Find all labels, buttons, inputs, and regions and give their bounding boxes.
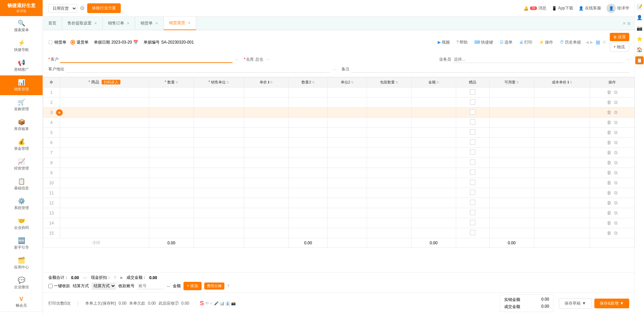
- delete-row-btn[interactable]: 🗑: [606, 99, 612, 106]
- one-click-checkbox[interactable]: [48, 284, 53, 288]
- row-unit[interactable]: [194, 208, 244, 218]
- row-gift[interactable]: [456, 188, 489, 198]
- product-input[interactable]: [61, 161, 148, 165]
- row-product[interactable]: [60, 198, 149, 208]
- scan-btn-header[interactable]: 扫码录入: [102, 80, 120, 84]
- row-price[interactable]: [244, 168, 288, 178]
- row-unit2[interactable]: [328, 198, 367, 208]
- sidebar-item-purchase[interactable]: 🛒 采购管理: [0, 95, 43, 115]
- row-costprice[interactable]: [534, 108, 590, 118]
- delete-row-btn[interactable]: 🗑: [606, 209, 612, 216]
- user-item[interactable]: 👤 徐泽华: [606, 4, 629, 13]
- right-panel-list[interactable]: 📋: [635, 56, 644, 64]
- add-btn[interactable]: + 添加: [183, 282, 202, 290]
- row-qty2[interactable]: [288, 108, 327, 118]
- row-price[interactable]: [244, 118, 288, 128]
- add-row-btn[interactable]: +: [56, 109, 63, 116]
- row-available[interactable]: [489, 87, 534, 98]
- copy-row-btn[interactable]: ⧉: [613, 149, 618, 156]
- tab-sale-order[interactable]: 销售订单 ✕: [103, 17, 135, 30]
- row-unit2[interactable]: [328, 228, 367, 238]
- history-btn[interactable]: ⏱ 历史单据: [558, 39, 583, 46]
- row-available[interactable]: [489, 128, 534, 138]
- row-available[interactable]: [489, 118, 534, 128]
- row-costprice[interactable]: [534, 228, 590, 238]
- row-unit2[interactable]: [328, 128, 367, 138]
- row-unit[interactable]: [194, 108, 244, 118]
- row-unit[interactable]: [194, 188, 244, 198]
- row-costprice[interactable]: [534, 148, 590, 158]
- product-input[interactable]: [61, 181, 148, 185]
- row-product[interactable]: [60, 98, 149, 108]
- row-qty2[interactable]: [288, 188, 327, 198]
- row-unit[interactable]: [194, 218, 244, 228]
- row-pkgqty[interactable]: [367, 178, 411, 188]
- tab-sale-price-close[interactable]: ✕: [94, 21, 97, 25]
- row-qty[interactable]: [149, 198, 194, 208]
- row-amount[interactable]: [411, 178, 456, 188]
- row-pkgqty[interactable]: [367, 128, 411, 138]
- gift-checkbox[interactable]: [470, 139, 475, 145]
- row-amount[interactable]: [411, 128, 456, 138]
- row-pkgqty[interactable]: [367, 148, 411, 158]
- row-pkgqty[interactable]: [367, 198, 411, 208]
- sidebar-item-operations[interactable]: 📈 经营管理: [0, 154, 43, 174]
- gift-checkbox[interactable]: [470, 129, 475, 135]
- staff-dots[interactable]: ···: [626, 57, 629, 62]
- row-price[interactable]: [244, 98, 288, 108]
- experience-button[interactable]: 体验行业方案: [87, 3, 121, 13]
- shortcut-btn[interactable]: ⌨ 快捷键: [472, 39, 495, 46]
- delete-row-btn[interactable]: 🗑: [606, 199, 612, 206]
- row-product[interactable]: [60, 178, 149, 188]
- sidebar-item-quicknav[interactable]: ⚡ 快捷导航: [0, 36, 43, 56]
- select-btn[interactable]: ☑ 选单: [498, 39, 515, 46]
- sidebar-item-finance[interactable]: 💰 资金管理: [0, 135, 43, 154]
- row-qty2[interactable]: [288, 168, 327, 178]
- row-product[interactable]: [60, 87, 149, 98]
- row-unit2[interactable]: [328, 218, 367, 228]
- row-gift[interactable]: [456, 138, 489, 148]
- sidebar-item-apps[interactable]: 🗂️ 应用中心: [0, 253, 43, 273]
- row-qty2[interactable]: [288, 228, 327, 238]
- delete-row-btn[interactable]: 🗑: [606, 109, 612, 116]
- row-qty[interactable]: [149, 148, 194, 158]
- row-pkgqty[interactable]: [367, 138, 411, 148]
- copy-row-btn[interactable]: ⧉: [613, 109, 618, 116]
- tab-sale-return-close[interactable]: ✕: [188, 21, 191, 25]
- gift-checkbox[interactable]: [470, 200, 475, 205]
- row-amount[interactable]: [411, 98, 456, 108]
- row-costprice[interactable]: [534, 168, 590, 178]
- row-price[interactable]: [244, 208, 288, 218]
- product-input[interactable]: [61, 201, 148, 205]
- row-price[interactable]: [244, 228, 288, 238]
- row-costprice[interactable]: [534, 188, 590, 198]
- row-qty2[interactable]: [288, 208, 327, 218]
- row-price[interactable]: [244, 158, 288, 168]
- copy-row-btn[interactable]: ⧉: [613, 89, 618, 96]
- copy-row-btn[interactable]: ⧉: [613, 129, 618, 136]
- row-gift[interactable]: [456, 228, 489, 238]
- row-costprice[interactable]: [534, 198, 590, 208]
- delete-row-btn[interactable]: 🗑: [606, 169, 612, 176]
- product-input[interactable]: [61, 110, 148, 115]
- row-costprice[interactable]: [534, 98, 590, 108]
- help-btn[interactable]: ? 帮助: [454, 39, 470, 46]
- sidebar-item-search[interactable]: 🔍 搜索菜单: [0, 16, 43, 36]
- delete-row-btn[interactable]: 🗑: [606, 189, 612, 196]
- sidebar-item-wechat[interactable]: 💬 企业微信: [0, 273, 43, 293]
- address-input[interactable]: [66, 66, 330, 73]
- right-panel-home[interactable]: 🏠: [635, 46, 644, 54]
- gift-checkbox[interactable]: [470, 230, 475, 235]
- grid-view-icon[interactable]: ⊞: [596, 39, 600, 46]
- sidebar-item-guide[interactable]: 🆕 新手引导: [0, 234, 43, 253]
- operate-btn[interactable]: ⚡ 操作: [537, 39, 555, 46]
- row-available[interactable]: [489, 198, 534, 208]
- gift-checkbox[interactable]: [470, 180, 475, 185]
- row-unit2[interactable]: [328, 178, 367, 188]
- settings-btn[interactable]: ⚙ 设置: [610, 33, 629, 41]
- gift-checkbox[interactable]: [470, 99, 475, 105]
- gift-checkbox[interactable]: [470, 109, 475, 115]
- row-available[interactable]: [489, 148, 534, 158]
- row-qty[interactable]: [149, 138, 194, 148]
- row-gift[interactable]: [456, 218, 489, 228]
